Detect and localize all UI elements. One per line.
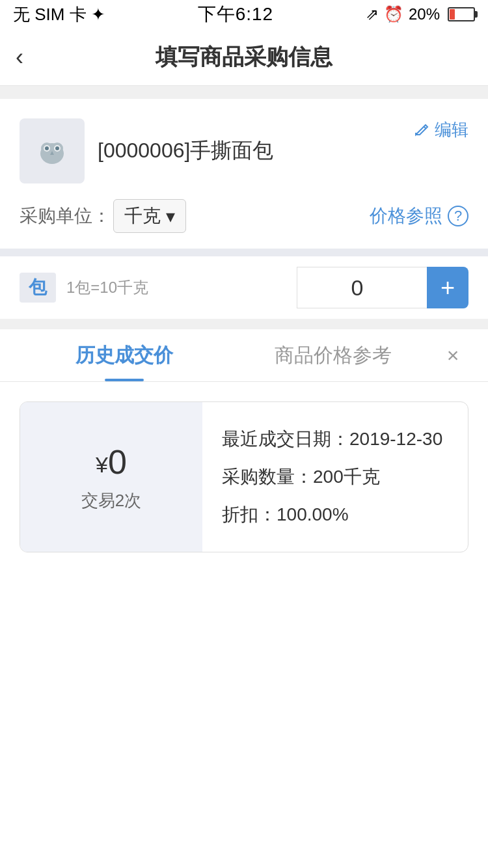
history-times: 交易2次 — [81, 489, 141, 512]
page-body-rest — [0, 572, 488, 868]
svg-line-8 — [424, 126, 426, 129]
tab-close-button[interactable]: × — [437, 340, 468, 371]
history-date-row: 最近成交日期：2019-12-30 — [222, 426, 448, 453]
battery-percent: 20% — [409, 5, 440, 23]
quantity-label: 包 1包=10千克 — [20, 273, 148, 303]
back-button[interactable]: ‹ — [16, 44, 23, 71]
svg-point-5 — [45, 146, 49, 150]
quantity-section: 包 1包=10千克 + — [0, 256, 488, 319]
edit-button[interactable]: 编辑 — [414, 118, 468, 141]
history-card-right: 最近成交日期：2019-12-30 采购数量：200千克 折扣：100.00% — [202, 402, 468, 552]
section-divider — [0, 249, 488, 256]
quantity-plus-button[interactable]: + — [427, 267, 468, 308]
battery-icon — [448, 7, 475, 21]
history-card-left: ¥0 交易2次 — [20, 402, 202, 552]
no-sim-label: 无 SIM 卡 ✦ — [13, 3, 105, 26]
unit-dropdown-arrow: ▾ — [166, 206, 175, 227]
alarm-icon: ⏰ — [384, 5, 403, 23]
status-right: ⇗ ⏰ 20% — [366, 5, 475, 23]
product-header: [0000006]手撕面包 编辑 — [20, 118, 468, 183]
history-discount-row: 折扣：100.00% — [222, 501, 448, 528]
unit-badge: 包 — [20, 273, 56, 303]
product-info: [0000006]手撕面包 — [20, 118, 273, 183]
status-bar: 无 SIM 卡 ✦ 下午6:12 ⇗ ⏰ 20% — [0, 0, 488, 29]
tabs-header: 历史成交价 商品价格参考 × — [0, 329, 488, 382]
location-icon: ⇗ — [366, 5, 379, 23]
quantity-input[interactable] — [297, 267, 427, 308]
product-thumbnail — [20, 118, 85, 183]
tab-product-price-ref[interactable]: 商品价格参考 — [228, 329, 437, 381]
status-time: 下午6:12 — [198, 2, 274, 27]
yen-symbol: ¥ — [96, 452, 108, 476]
status-left: 无 SIM 卡 ✦ — [13, 3, 105, 26]
history-price: ¥0 — [96, 442, 127, 481]
price-ref-button[interactable]: 价格参照 ? — [370, 204, 468, 228]
history-card: ¥0 交易2次 最近成交日期：2019-12-30 采购数量：200千克 折扣：… — [20, 401, 468, 552]
product-unit-row: 采购单位： 千克 ▾ 价格参照 ? — [20, 199, 468, 233]
tabs-container: 历史成交价 商品价格参考 × ¥0 交易2次 最近成交日期：2019-12-30… — [0, 329, 488, 572]
page-title: 填写商品采购信息 — [156, 42, 332, 72]
history-card-container: ¥0 交易2次 最近成交日期：2019-12-30 采购数量：200千克 折扣：… — [0, 382, 488, 572]
quantity-controls: + — [297, 267, 468, 308]
nav-bar: ‹ 填写商品采购信息 — [0, 29, 488, 86]
product-section: [0000006]手撕面包 编辑 采购单位： 千克 ▾ 价格参照 ? — [0, 99, 488, 249]
product-name: [0000006]手撕面包 — [98, 137, 273, 165]
help-icon: ? — [448, 206, 468, 226]
tab-history-price[interactable]: 历史成交价 — [20, 329, 228, 381]
unit-section: 采购单位： 千克 ▾ — [20, 199, 186, 233]
unit-select[interactable]: 千克 ▾ — [113, 199, 186, 233]
unit-conversion: 1包=10千克 — [66, 277, 148, 298]
svg-point-6 — [55, 146, 59, 150]
unit-label: 采购单位： — [20, 206, 111, 226]
history-qty-row: 采购数量：200千克 — [222, 463, 448, 491]
